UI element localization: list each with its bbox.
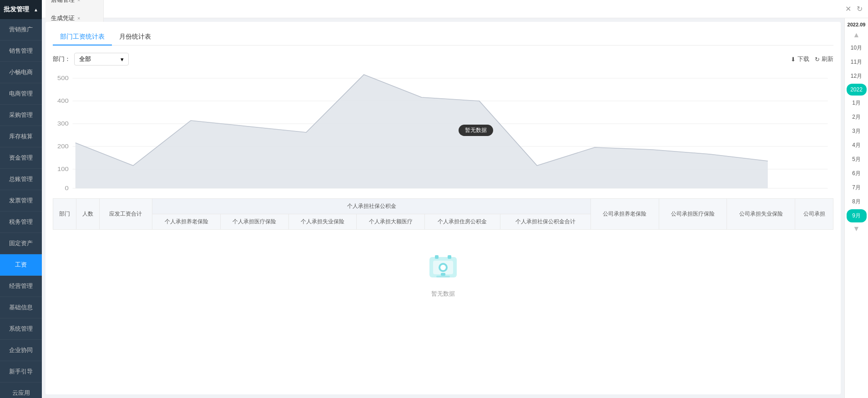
empty-text: 暂无数据 [431, 290, 455, 298]
th-personal-housing: 个人承担住房公积金 [424, 214, 500, 230]
download-button[interactable]: ⬇ 下载 [791, 55, 809, 63]
sidebar-items-list: 营销推广销售管理小畅电商电商管理采购管理库存核算资金管理总账管理发票管理税务管理… [0, 19, 42, 398]
date-nav-down[interactable]: ▼ [851, 223, 862, 235]
sidebar-item-云应用[interactable]: 云应用 [0, 383, 42, 398]
th-personal-pension: 个人承担养老保险 [152, 214, 221, 230]
tabs-bar: 首页门店商品目录×销售单×店铺管理×生成凭证×应收应付调整单×工资表×工资统计报… [42, 0, 868, 18]
tabs-actions: ✕ ↻ [843, 3, 864, 15]
sidebar-top-menu[interactable]: 批发管理 ▲ [0, 0, 42, 19]
sidebar-top-label: 批发管理 [4, 5, 29, 14]
empty-icon [425, 248, 461, 284]
sidebar-arrow-icon: ▲ [34, 7, 38, 12]
sidebar-item-税务管理[interactable]: 税务管理 [0, 212, 42, 233]
date-item-jan[interactable]: 1月 [847, 96, 867, 110]
sidebar-item-经营管理[interactable]: 经营管理 [0, 276, 42, 297]
date-panel-current: 2022.09 [847, 20, 867, 29]
svg-text:100: 100 [57, 166, 69, 172]
sidebar-item-基础信息[interactable]: 基础信息 [0, 297, 42, 318]
date-item-aug[interactable]: 8月 [847, 195, 867, 208]
sidebar-item-企业协同[interactable]: 企业协同 [0, 340, 42, 361]
th-personal-unemploy: 个人承担失业保险 [288, 214, 357, 230]
svg-marker-12 [76, 75, 768, 188]
sidebar-item-库存核算[interactable]: 库存核算 [0, 126, 42, 147]
date-nav-up[interactable]: ▲ [851, 29, 862, 41]
dept-select-value: 全部 [79, 55, 91, 63]
date-item-oct[interactable]: 10月 [847, 41, 867, 55]
svg-text:400: 400 [57, 98, 69, 104]
sidebar-item-固定资产[interactable]: 固定资产 [0, 233, 42, 254]
sidebar-item-小畅电商[interactable]: 小畅电商 [0, 62, 42, 83]
svg-point-16 [440, 265, 446, 270]
svg-text:200: 200 [57, 143, 69, 149]
th-personal-major-medical: 个人承担大额医疗 [357, 214, 425, 230]
date-panel: 2022.09 ▲ 10月 11月 12月 2022 1月 2月 3月 4月 5… [844, 18, 868, 398]
svg-rect-17 [441, 273, 445, 276]
sidebar-item-系统管理[interactable]: 系统管理 [0, 318, 42, 340]
main-area: 首页门店商品目录×销售单×店铺管理×生成凭证×应收应付调整单×工资表×工资统计报… [42, 0, 868, 398]
th-company-other: 公司承担 [795, 199, 833, 230]
th-group-personal: 个人承担社保公积金 [152, 199, 591, 214]
svg-text:0: 0 [65, 185, 69, 191]
svg-rect-19 [435, 255, 439, 259]
table-scroll[interactable]: 部门 人数 应发工资合计 个人承担社保公积金 公司承担养老保险 公司承担医疗保险… [53, 198, 833, 230]
th-company-pension: 公司承担养老保险 [591, 199, 659, 230]
sidebar-item-销售管理[interactable]: 销售管理 [0, 40, 42, 62]
sidebar-item-新手引导[interactable]: 新手引导 [0, 361, 42, 383]
sidebar-item-发票管理[interactable]: 发票管理 [0, 190, 42, 212]
date-item-jun[interactable]: 6月 [847, 167, 867, 180]
tab-close-icon[interactable]: × [77, 0, 80, 3]
download-label: 下载 [797, 55, 809, 63]
close-tab-icon[interactable]: ✕ [843, 3, 853, 15]
sidebar-item-营销推广[interactable]: 营销推广 [0, 19, 42, 40]
refresh-label: 刷新 [822, 55, 833, 63]
th-personal-total: 个人承担社保公积金合计 [500, 214, 591, 230]
th-headcount: 人数 [76, 199, 99, 230]
th-total-wage: 应发工资合计 [99, 199, 152, 230]
refresh-button[interactable]: ↻ 刷新 [815, 55, 833, 63]
date-item-sep[interactable]: 9月 [847, 209, 867, 222]
svg-rect-20 [448, 255, 451, 259]
refresh-icon: ↻ [815, 56, 820, 63]
data-table: 部门 人数 应发工资合计 个人承担社保公积金 公司承担养老保险 公司承担医疗保险… [53, 198, 833, 230]
date-item-apr[interactable]: 4月 [847, 139, 867, 152]
sidebar-item-工资[interactable]: 工资 [0, 254, 42, 276]
dept-select[interactable]: 全部 ▾ [74, 53, 129, 65]
toolbar-left: 部门： 全部 ▾ [53, 53, 129, 65]
date-item-dec[interactable]: 12月 [847, 70, 867, 83]
date-item-may[interactable]: 5月 [847, 153, 867, 166]
sidebar-item-采购管理[interactable]: 采购管理 [0, 105, 42, 126]
sub-tab-dept[interactable]: 部门工资统计表 [53, 29, 112, 45]
date-item-mar[interactable]: 3月 [847, 125, 867, 138]
th-personal-medical: 个人承担医疗保险 [220, 214, 288, 230]
tab-店铺管理[interactable]: 店铺管理× [45, 0, 104, 9]
chevron-down-icon: ▾ [121, 56, 124, 63]
sidebar-item-电商管理[interactable]: 电商管理 [0, 83, 42, 105]
th-company-unemploy: 公司承担失业保险 [727, 199, 795, 230]
chart-container: 500 400 300 200 100 0 [53, 71, 833, 198]
content-area: 部门工资统计表 月份统计表 部门： 全部 ▾ ⬇ 下载 [42, 18, 868, 398]
sub-tabs: 部门工资统计表 月份统计表 [53, 29, 833, 45]
svg-text:500: 500 [57, 75, 69, 81]
date-item-year-2022[interactable]: 2022 [847, 84, 867, 96]
toolbar-right: ⬇ 下载 ↻ 刷新 [791, 55, 833, 63]
date-item-feb[interactable]: 2月 [847, 111, 867, 124]
download-icon: ⬇ [791, 56, 796, 63]
refresh-tab-icon[interactable]: ↻ [855, 3, 864, 15]
toolbar: 部门： 全部 ▾ ⬇ 下载 ↻ 刷新 [53, 53, 833, 65]
th-dept: 部门 [53, 199, 76, 230]
th-company-medical: 公司承担医疗保险 [659, 199, 727, 230]
svg-rect-18 [436, 276, 450, 277]
svg-text:300: 300 [57, 121, 69, 126]
sidebar-item-总账管理[interactable]: 总账管理 [0, 169, 42, 190]
sub-tab-month[interactable]: 月份统计表 [112, 29, 158, 45]
date-item-jul[interactable]: 7月 [847, 181, 867, 194]
empty-state: 暂无数据 [53, 230, 833, 316]
page-content: 部门工资统计表 月份统计表 部门： 全部 ▾ ⬇ 下载 [45, 22, 841, 394]
chart-svg: 500 400 300 200 100 0 [53, 71, 833, 198]
dept-label: 部门： [53, 55, 71, 63]
sidebar: 批发管理 ▲ 营销推广销售管理小畅电商电商管理采购管理库存核算资金管理总账管理发… [0, 0, 42, 398]
sidebar-item-资金管理[interactable]: 资金管理 [0, 147, 42, 169]
date-item-nov[interactable]: 11月 [847, 55, 867, 69]
